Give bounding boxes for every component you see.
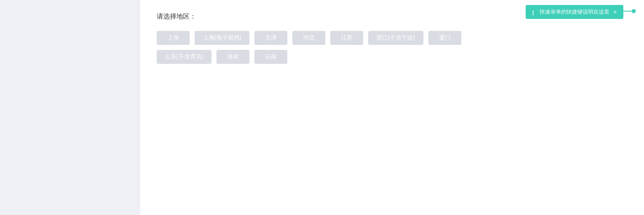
tooltip-close-button[interactable]: × <box>613 9 617 15</box>
region-button-shanghai-etax[interactable]: 上海(电子税局) <box>195 31 249 45</box>
tooltip-line <box>623 11 632 12</box>
region-button-jiangsu[interactable]: 江苏 <box>330 31 363 45</box>
region-button-tianjin[interactable]: 天津 <box>254 31 287 45</box>
region-button-hainan[interactable]: 海南 <box>216 50 249 64</box>
left-sidebar <box>0 0 140 215</box>
region-button-shanghai[interactable]: 上海 <box>157 31 190 45</box>
tooltip-banner: 快速录单的快捷键说明在这里 × <box>526 5 623 19</box>
region-button-shandong[interactable]: 山东(不含青岛) <box>157 50 212 64</box>
region-row-2: 山东(不含青岛)海南云南 <box>157 50 628 64</box>
tooltip-dot <box>632 9 636 13</box>
region-button-zhejiang[interactable]: 浙江(不含宁波) <box>368 31 423 45</box>
region-button-yunnan[interactable]: 云南 <box>254 50 287 64</box>
region-button-xiamen[interactable]: 厦门 <box>428 31 461 45</box>
region-row-1: 上海上海(电子税局)天津河北江苏浙江(不含宁波)厦门 <box>157 31 628 45</box>
main-content: 请选择地区： 上海上海(电子税局)天津河北江苏浙江(不含宁波)厦门 山东(不含青… <box>140 0 644 215</box>
region-button-hebei[interactable]: 河北 <box>292 31 325 45</box>
tooltip-text: 快速录单的快捷键说明在这里 <box>540 8 609 16</box>
